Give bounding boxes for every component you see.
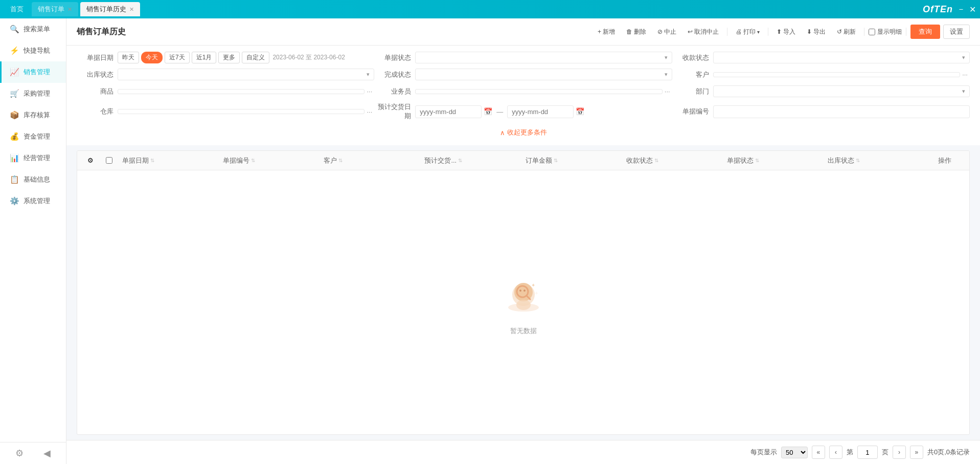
- th-warehouse-status-sort-icon[interactable]: ⇅: [856, 158, 860, 163]
- sales-order-tab-label: 销售订单: [38, 5, 64, 14]
- refresh-icon: ↺: [837, 28, 842, 35]
- warehouse-dots[interactable]: ···: [364, 108, 374, 116]
- page-number-input[interactable]: [857, 446, 878, 459]
- stop-icon: ⊘: [657, 28, 663, 35]
- cancel-stop-button[interactable]: ↩ 取消中止: [683, 26, 723, 38]
- complete-status-select[interactable]: ▾: [415, 69, 672, 80]
- settings-button[interactable]: 设置: [943, 25, 970, 39]
- delivery-date-start-input[interactable]: [415, 105, 482, 118]
- delivery-date-filter: 📅 — 📅: [415, 105, 672, 118]
- sidebar-item-purchase-mgmt[interactable]: 🛒 采购管理: [0, 83, 66, 104]
- date-btn-7days[interactable]: 近7天: [165, 52, 190, 63]
- date-btn-1month[interactable]: 近1月: [192, 52, 217, 63]
- sidebar-item-label: 销售管理: [24, 68, 50, 77]
- customer-filter: ···: [713, 71, 970, 78]
- home-tab-label: 首页: [10, 5, 24, 14]
- sidebar-item-label: 快捷导航: [24, 46, 50, 55]
- date-btn-today[interactable]: 今天: [141, 52, 163, 63]
- next-page-button[interactable]: ›: [893, 446, 906, 459]
- order-no-filter: [713, 105, 970, 118]
- th-warehouse-status: 出库状态 ⇅: [824, 156, 924, 165]
- date-btn-more[interactable]: 更多: [218, 52, 240, 63]
- first-page-button[interactable]: «: [812, 446, 825, 459]
- last-page-button[interactable]: »: [910, 446, 923, 459]
- th-customer-sort-icon[interactable]: ⇅: [338, 158, 343, 163]
- order-no-input[interactable]: [713, 105, 970, 118]
- th-order-status-sort-icon[interactable]: ⇅: [755, 158, 759, 163]
- svg-point-5: [519, 290, 521, 292]
- table-settings-icon[interactable]: ⚙: [81, 157, 100, 164]
- collapse-sidebar-icon[interactable]: ◀: [43, 448, 51, 459]
- brand-logo: OfTEn: [923, 4, 953, 15]
- export-button[interactable]: ⬇ 导出: [803, 26, 830, 38]
- th-no-sort-icon[interactable]: ⇅: [251, 158, 255, 163]
- page-size-select[interactable]: 50 10 20 100: [781, 447, 808, 458]
- warehouse-status-select[interactable]: ▾: [118, 69, 374, 80]
- display-detail-checkbox[interactable]: 显示明细: [869, 28, 902, 36]
- delete-button[interactable]: 🗑 删除: [622, 26, 650, 38]
- payment-status-select[interactable]: ▾: [713, 52, 970, 63]
- table-select-all[interactable]: [100, 157, 118, 164]
- minimize-icon[interactable]: －: [957, 4, 965, 15]
- product-dots[interactable]: ···: [364, 87, 374, 95]
- sidebar-item-quick-nav[interactable]: ⚡ 快捷导航: [0, 40, 66, 61]
- sidebar-item-label: 经营管理: [24, 153, 50, 163]
- collapse-row[interactable]: ∧ 收起更多条件: [77, 126, 970, 139]
- tab-sales-order[interactable]: 销售订单 ✕: [32, 2, 78, 16]
- settings-icon[interactable]: ⚙: [15, 448, 24, 459]
- order-status-select[interactable]: ▾: [415, 52, 672, 63]
- department-select[interactable]: ▾: [713, 85, 970, 97]
- pagination: 每页显示 50 10 20 100 « ‹ 第 页 › » 共0页,0条记录: [66, 440, 980, 464]
- query-button[interactable]: 查询: [910, 25, 940, 39]
- tab-sales-order-history[interactable]: 销售订单历史 ✕: [80, 2, 140, 16]
- th-amount-sort-icon[interactable]: ⇅: [554, 158, 558, 163]
- close-sales-order-tab-icon[interactable]: ✕: [67, 6, 72, 13]
- sidebar-item-operations[interactable]: 📊 经营管理: [0, 147, 66, 169]
- select-all-checkbox[interactable]: [106, 157, 112, 164]
- tab-home[interactable]: 首页: [4, 2, 30, 16]
- th-payment-status-sort-icon[interactable]: ⇅: [654, 158, 658, 163]
- sidebar-item-inventory[interactable]: 📦 库存核算: [0, 104, 66, 126]
- salesperson-dots[interactable]: ···: [663, 87, 672, 95]
- filter-area: 单据日期 昨天 今天 近7天 近1月 更多 自定义 2023-06-02 至 2…: [66, 46, 980, 145]
- svg-text:✦: ✦: [531, 282, 535, 288]
- delivery-date-end-input[interactable]: [507, 105, 574, 118]
- collapse-text: 收起更多条件: [507, 128, 547, 137]
- print-button[interactable]: 🖨 打印: [732, 26, 764, 38]
- date-btn-custom[interactable]: 自定义: [242, 52, 269, 63]
- close-app-icon[interactable]: ✕: [969, 5, 976, 14]
- calendar-start-icon[interactable]: 📅: [484, 107, 492, 116]
- new-button[interactable]: + 新增: [594, 26, 619, 38]
- date-btn-yesterday[interactable]: 昨天: [118, 52, 139, 63]
- warehouse-input[interactable]: [118, 109, 364, 114]
- calendar-end-icon[interactable]: 📅: [576, 107, 584, 116]
- close-history-tab-icon[interactable]: ✕: [129, 6, 134, 13]
- sidebar-item-sales-mgmt[interactable]: 📈 销售管理: [0, 61, 66, 83]
- customer-input[interactable]: [713, 72, 960, 77]
- th-delivery-date-sort-icon[interactable]: ⇅: [458, 158, 462, 163]
- th-actions: 操作: [924, 156, 965, 165]
- product-filter: ···: [118, 87, 374, 95]
- date-quick-buttons: 昨天 今天 近7天 近1月 更多 自定义: [118, 52, 269, 63]
- display-detail-input[interactable]: [869, 29, 875, 35]
- sidebar-item-finance[interactable]: 💰 资金管理: [0, 126, 66, 147]
- sidebar-item-search-menu[interactable]: 🔍 搜索菜单: [0, 18, 66, 40]
- stop-button[interactable]: ⊘ 中止: [653, 26, 680, 38]
- sidebar-item-basic-info[interactable]: 📋 基础信息: [0, 169, 66, 190]
- th-no-label: 单据编号: [223, 156, 249, 165]
- toolbar: + 新增 🗑 删除 ⊘ 中止 ↩ 取消中止: [594, 25, 970, 39]
- customer-dots[interactable]: ···: [960, 71, 970, 78]
- import-button[interactable]: ⬆ 导入: [772, 26, 800, 38]
- warehouse-label: 仓库: [77, 107, 118, 116]
- department-arrow-icon: ▾: [962, 88, 965, 95]
- filter-row-4: 仓库 ··· 预计交货日期 📅 — 📅 单据编号: [77, 102, 970, 121]
- finance-icon: 💰: [10, 132, 19, 141]
- th-date-sort-icon[interactable]: ⇅: [150, 158, 154, 163]
- salesperson-input[interactable]: [415, 89, 662, 94]
- sidebar-item-sys-mgmt[interactable]: ⚙️ 系统管理: [0, 190, 66, 212]
- product-input[interactable]: [118, 89, 364, 94]
- refresh-button[interactable]: ↺ 刷新: [833, 26, 860, 38]
- prev-page-button[interactable]: ‹: [829, 446, 842, 459]
- sales-mgmt-icon: 📈: [10, 68, 19, 77]
- filter-row-2: 出库状态 ▾ 完成状态 ▾ 客户 ···: [77, 69, 970, 80]
